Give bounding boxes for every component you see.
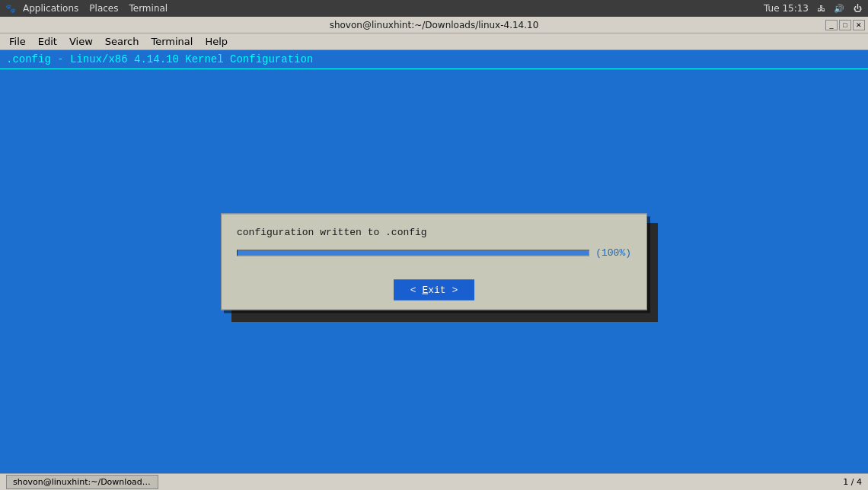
- applications-menu[interactable]: Applications: [18, 2, 83, 15]
- system-menu-items: 🐾 Applications Places Terminal: [5, 2, 172, 15]
- power-icon[interactable]: ⏻: [851, 2, 863, 14]
- menu-search[interactable]: Search: [99, 34, 145, 49]
- dialog-body: configuration written to .config (100%): [222, 215, 646, 274]
- window-title-bar: shovon@linuxhint:~/Downloads/linux-4.14.…: [0, 17, 868, 33]
- taskbar-item[interactable]: shovon@linuxhint:~/Downloads/linu...: [6, 475, 158, 489]
- clock: Tue 15:13: [764, 3, 809, 14]
- close-button[interactable]: ✕: [853, 20, 865, 30]
- dialog-message: configuration written to .config: [237, 227, 631, 238]
- menu-bar: File Edit View Search Terminal Help: [0, 33, 868, 50]
- page-indicator: 1 / 4: [843, 477, 862, 487]
- terminal-content: .config - Linux/x86 4.14.10 Kernel Confi…: [0, 50, 868, 473]
- system-bar: 🐾 Applications Places Terminal Tue 15:13…: [0, 0, 868, 17]
- menu-edit[interactable]: Edit: [32, 34, 63, 49]
- progress-bar: [238, 250, 589, 255]
- menu-file[interactable]: File: [3, 34, 32, 49]
- volume-icon: 🔊: [833, 2, 845, 14]
- maximize-button[interactable]: □: [839, 20, 851, 30]
- exit-button[interactable]: < Exit >: [394, 280, 474, 301]
- progress-bar-container: [237, 250, 589, 256]
- window-title: shovon@linuxhint:~/Downloads/linux-4.14.…: [6, 20, 862, 30]
- system-tray: Tue 15:13 🖧 🔊 ⏻: [764, 2, 863, 14]
- kernel-config-header: .config - Linux/x86 4.14.10 Kernel Confi…: [0, 50, 868, 69]
- status-bar: shovon@linuxhint:~/Downloads/linu... 1 /…: [0, 473, 868, 490]
- menu-help[interactable]: Help: [199, 34, 234, 49]
- dialog-buttons: < Exit >: [222, 274, 646, 310]
- terminal-menu[interactable]: Terminal: [124, 2, 172, 15]
- gnome-foot-icon[interactable]: 🐾: [5, 2, 17, 14]
- minimize-button[interactable]: _: [825, 20, 838, 30]
- dialog-progress-row: (100%): [237, 247, 631, 259]
- menu-terminal[interactable]: Terminal: [145, 34, 199, 49]
- exit-underline-char: E: [422, 285, 428, 296]
- places-menu[interactable]: Places: [85, 2, 123, 15]
- dialog-box: configuration written to .config (100%) …: [221, 214, 647, 310]
- network-icon: 🖧: [815, 2, 827, 14]
- progress-percent: (100%): [595, 247, 631, 259]
- window-controls: _ □ ✕: [825, 20, 865, 30]
- menu-view[interactable]: View: [63, 34, 99, 49]
